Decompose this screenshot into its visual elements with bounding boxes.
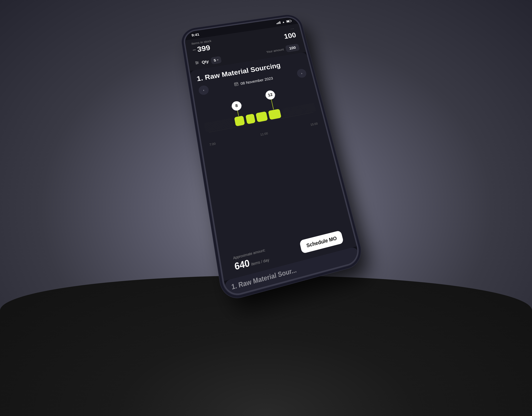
timeline-container: ‹ › 8 ‹ › [200, 81, 345, 254]
qty-value: 5 [213, 58, 216, 63]
svg-line-7 [235, 83, 238, 84]
app-content: Items in stock − 399 ··· 100 [185, 24, 361, 297]
svg-line-9 [237, 82, 237, 83]
filter-icon [194, 60, 200, 66]
status-time: 9:41 [191, 32, 200, 38]
dots-indicator: ··· [290, 27, 295, 31]
svg-rect-20 [256, 111, 268, 122]
volume-up-button[interactable] [189, 83, 192, 98]
qty-dropdown[interactable]: 5 ▾ [210, 56, 222, 64]
stock-number: 399 [197, 44, 211, 54]
stock-right: ··· 100 [282, 27, 297, 40]
main-card: 1. Raw Material Sourcing ‹ [190, 52, 357, 281]
stock-left: Items in stock − 399 [191, 39, 213, 54]
svg-line-8 [235, 82, 235, 83]
qty-label: Qty [201, 59, 209, 65]
time-label-start: 7:00 [209, 142, 216, 147]
amount-box[interactable]: 100 [285, 44, 300, 52]
svg-rect-10 [235, 84, 236, 85]
chevron-left-icon: ‹ [203, 88, 205, 92]
svg-rect-19 [245, 114, 256, 124]
stock-minus-icon: − [192, 47, 197, 53]
svg-rect-13 [235, 85, 236, 85]
svg-rect-12 [237, 84, 238, 84]
nav-next-button[interactable]: › [296, 68, 307, 78]
qty-section: Qty 5 ▾ [194, 56, 222, 67]
svg-point-5 [196, 63, 197, 64]
svg-rect-14 [236, 85, 237, 85]
svg-rect-18 [234, 115, 245, 126]
svg-rect-11 [236, 84, 237, 85]
signal-icon [276, 21, 281, 24]
approx-unit: items / day [251, 257, 270, 267]
svg-rect-16 [204, 118, 234, 132]
svg-rect-21 [268, 109, 281, 120]
rock-base [0, 275, 532, 416]
phone-wrapper: 9:41 ▲ [182, 15, 362, 299]
time-label-mid: 11:00 [260, 132, 268, 137]
time-label-end: 15:00 [310, 122, 318, 127]
chevron-right-icon: › [301, 71, 303, 75]
svg-point-3 [196, 61, 197, 62]
nav-prev-button[interactable]: ‹ [198, 85, 209, 95]
wifi-icon: ▲ [282, 20, 285, 24]
status-icons: ▲ [276, 19, 291, 25]
phone: 9:41 ▲ [182, 15, 362, 299]
date-text: 08 November 2023 [240, 76, 273, 86]
battery-icon [286, 20, 291, 23]
your-amount-label: Your amount [266, 48, 284, 54]
battery-fill [287, 20, 290, 22]
screen: 9:41 ▲ [184, 16, 361, 297]
svg-text:‹: ‹ [230, 105, 232, 108]
stock-right-value: 100 [283, 31, 297, 40]
calendar-icon [234, 82, 239, 87]
approx-section: Approximate amount: 640 items / day [233, 247, 270, 272]
svg-point-4 [197, 62, 198, 63]
volume-mute-button[interactable] [187, 70, 189, 79]
chevron-down-icon: ▾ [217, 58, 219, 61]
